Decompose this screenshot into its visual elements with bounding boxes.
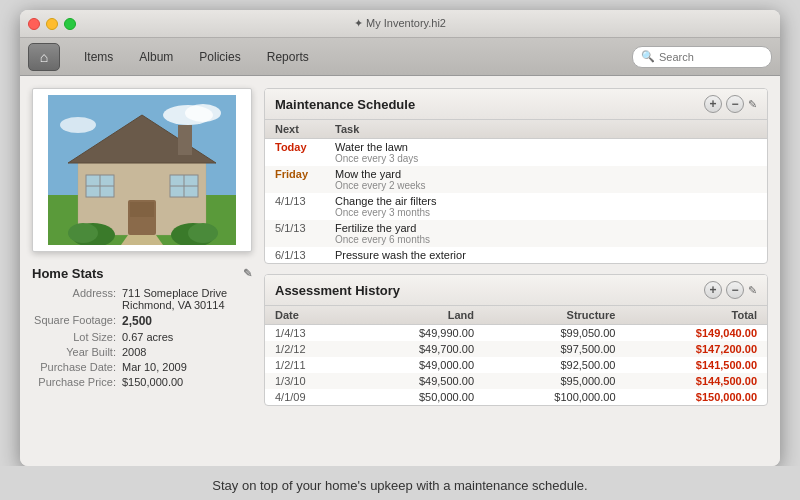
traffic-lights <box>28 18 76 30</box>
home-stats-edit-icon[interactable]: ✎ <box>243 267 252 280</box>
list-item: 4/1/09 $50,000.00 $100,000.00 $150,000.0… <box>265 389 767 405</box>
purchase-date-value: Mar 10, 2009 <box>122 361 187 373</box>
assess-date: 1/4/13 <box>265 325 353 342</box>
close-button[interactable] <box>28 18 40 30</box>
maint-col-task: Task <box>325 120 767 139</box>
svg-point-2 <box>185 104 221 122</box>
maintenance-actions: + − ✎ <box>704 95 757 113</box>
assess-land: $50,000.00 <box>353 389 484 405</box>
bottom-line2: Add tasks to your calendar and Reminders… <box>20 496 780 501</box>
assessment-title: Assessment History <box>275 283 400 298</box>
tab-reports[interactable]: Reports <box>255 46 321 68</box>
maint-task: Pressure wash the exterior <box>325 247 767 263</box>
stat-row-year: Year Built: 2008 <box>32 346 252 358</box>
assessment-table: Date Land Structure Total 1/4/13 $49,990… <box>265 306 767 405</box>
assess-date: 4/1/09 <box>265 389 353 405</box>
nav-tabs: Items Album Policies Reports <box>72 46 321 68</box>
right-panel: Maintenance Schedule + − ✎ Next Task <box>264 88 768 454</box>
assessment-edit-button[interactable]: ✎ <box>748 284 757 297</box>
assess-date: 1/3/10 <box>265 373 353 389</box>
assess-col-structure: Structure <box>484 306 625 325</box>
assess-land: $49,990.00 <box>353 325 484 342</box>
list-item: Friday Mow the yard Once every 2 weeks <box>265 166 767 193</box>
assess-total: $149,040.00 <box>626 325 768 342</box>
assessment-section: Assessment History + − ✎ Date Land Struc… <box>264 274 768 406</box>
maintenance-remove-button[interactable]: − <box>726 95 744 113</box>
assess-total: $141,500.00 <box>626 357 768 373</box>
list-item: 1/3/10 $49,500.00 $95,000.00 $144,500.00 <box>265 373 767 389</box>
maint-next: 6/1/13 <box>265 247 325 263</box>
assess-total: $147,200.00 <box>626 341 768 357</box>
address-label: Address: <box>32 287 122 311</box>
stat-row-address: Address: 711 Someplace Drive Richmond, V… <box>32 287 252 311</box>
maintenance-add-button[interactable]: + <box>704 95 722 113</box>
search-icon: 🔍 <box>641 50 655 63</box>
list-item: 5/1/13 Fertilize the yard Once every 6 m… <box>265 220 767 247</box>
home-stats-title: Home Stats ✎ <box>32 266 252 281</box>
maintenance-section: Maintenance Schedule + − ✎ Next Task <box>264 88 768 264</box>
assessment-header: Assessment History + − ✎ <box>265 275 767 306</box>
assess-total: $150,000.00 <box>626 389 768 405</box>
address-value: 711 Someplace Drive Richmond, VA 30114 <box>122 287 227 311</box>
assess-land: $49,000.00 <box>353 357 484 373</box>
maximize-button[interactable] <box>64 18 76 30</box>
assess-land: $49,500.00 <box>353 373 484 389</box>
left-panel: Home Stats ✎ Address: 711 Someplace Driv… <box>32 88 252 454</box>
list-item: Today Water the lawn Once every 3 days <box>265 139 767 167</box>
house-image <box>48 95 236 245</box>
assess-col-land: Land <box>353 306 484 325</box>
assessment-add-button[interactable]: + <box>704 281 722 299</box>
maint-next: Today <box>265 139 325 167</box>
tab-policies[interactable]: Policies <box>187 46 252 68</box>
home-button[interactable]: ⌂ <box>28 43 60 71</box>
maint-next: Friday <box>265 166 325 193</box>
photo-frame <box>32 88 252 252</box>
purchase-date-label: Purchase Date: <box>32 361 122 373</box>
sqft-value: 2,500 <box>122 314 152 328</box>
year-label: Year Built: <box>32 346 122 358</box>
minimize-button[interactable] <box>46 18 58 30</box>
maint-task: Mow the yard Once every 2 weeks <box>325 166 767 193</box>
maintenance-table: Next Task Today Water the lawn Once ever… <box>265 120 767 263</box>
assess-col-date: Date <box>265 306 353 325</box>
assess-total: $144,500.00 <box>626 373 768 389</box>
search-box[interactable]: 🔍 <box>632 46 772 68</box>
maintenance-edit-button[interactable]: ✎ <box>748 98 757 111</box>
maint-next: 4/1/13 <box>265 193 325 220</box>
maint-col-next: Next <box>265 120 325 139</box>
assess-land: $49,700.00 <box>353 341 484 357</box>
content-area: Home Stats ✎ Address: 711 Someplace Driv… <box>20 76 780 466</box>
svg-point-20 <box>68 223 98 243</box>
bottom-line1: Stay on top of your home's upkeep with a… <box>20 476 780 496</box>
assessment-actions: + − ✎ <box>704 281 757 299</box>
svg-point-3 <box>60 117 96 133</box>
stats-table: Address: 711 Someplace Drive Richmond, V… <box>32 287 252 388</box>
stat-row-purchase-price: Purchase Price: $150,000.00 <box>32 376 252 388</box>
stat-row-lot: Lot Size: 0.67 acres <box>32 331 252 343</box>
assess-structure: $95,000.00 <box>484 373 625 389</box>
svg-rect-9 <box>178 125 192 155</box>
svg-rect-11 <box>130 202 154 217</box>
stat-row-sqft: Square Footage: 2,500 <box>32 314 252 328</box>
tab-album[interactable]: Album <box>127 46 185 68</box>
toolbar: ⌂ Items Album Policies Reports 🔍 <box>20 38 780 76</box>
bottom-text: Stay on top of your home's upkeep with a… <box>0 466 800 500</box>
list-item: 6/1/13 Pressure wash the exterior <box>265 247 767 263</box>
home-stats: Home Stats ✎ Address: 711 Someplace Driv… <box>32 262 252 395</box>
stat-row-purchase-date: Purchase Date: Mar 10, 2009 <box>32 361 252 373</box>
purchase-price-label: Purchase Price: <box>32 376 122 388</box>
titlebar: ✦ My Inventory.hi2 <box>20 10 780 38</box>
assess-date: 1/2/11 <box>265 357 353 373</box>
svg-marker-22 <box>121 235 163 245</box>
svg-point-21 <box>188 223 218 243</box>
search-input[interactable] <box>659 51 763 63</box>
tab-items[interactable]: Items <box>72 46 125 68</box>
maint-task: Water the lawn Once every 3 days <box>325 139 767 167</box>
purchase-price-value: $150,000.00 <box>122 376 183 388</box>
assess-date: 1/2/12 <box>265 341 353 357</box>
list-item: 1/2/12 $49,700.00 $97,500.00 $147,200.00 <box>265 341 767 357</box>
assessment-remove-button[interactable]: − <box>726 281 744 299</box>
window-title: ✦ My Inventory.hi2 <box>354 17 446 30</box>
year-value: 2008 <box>122 346 146 358</box>
maint-task: Fertilize the yard Once every 6 months <box>325 220 767 247</box>
